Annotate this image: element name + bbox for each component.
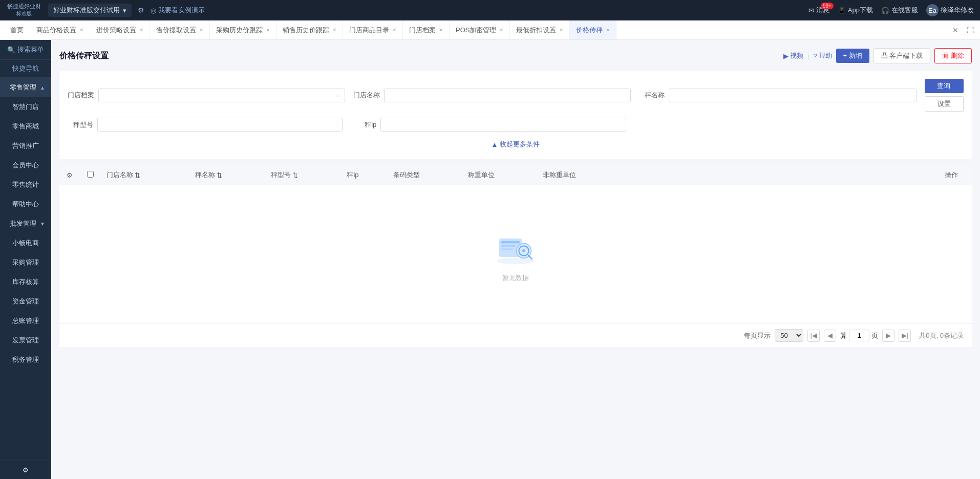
- version-dropdown[interactable]: 好业财标准版交付试用 ▾: [48, 4, 132, 17]
- sidebar-quick-nav[interactable]: 快捷导航: [0, 60, 51, 78]
- sidebar-item-general-ledger[interactable]: 总账管理: [0, 311, 51, 331]
- prev-page-button[interactable]: ◀: [824, 330, 836, 342]
- main-layout: 🔍 搜索菜单 快捷导航 零售管理 ▲ 智慧门店 零售商城 营销推广 会员中心 零…: [0, 40, 980, 479]
- tab-home[interactable]: 首页: [4, 20, 30, 39]
- scale-name-input[interactable]: [669, 89, 917, 102]
- tab-pos-manage[interactable]: POS加密管理 ✕: [450, 20, 510, 39]
- sidebar-item-retail-shop[interactable]: 零售商城: [0, 117, 51, 136]
- sidebar-item-xiao-chang[interactable]: 小畅电商: [0, 233, 51, 253]
- store-archive-dots-icon[interactable]: ···: [335, 92, 341, 99]
- tab-store-archive-close[interactable]: ✕: [439, 27, 443, 33]
- tab-min-discount[interactable]: 最低折扣设置 ✕: [510, 20, 570, 39]
- tab-store-catalog[interactable]: 门店商品目录 ✕: [343, 20, 403, 39]
- scale-ip-input[interactable]: [380, 118, 626, 132]
- th-gear[interactable]: ⚙: [59, 165, 80, 185]
- sidebar: 🔍 搜索菜单 快捷导航 零售管理 ▲ 智慧门店 零售商城 营销推广 会员中心 零…: [0, 40, 51, 479]
- tab-expand-button[interactable]: ⛶: [965, 26, 976, 34]
- first-page-button[interactable]: |◀: [807, 330, 820, 342]
- tab-goods-price[interactable]: 商品价格设置 ✕: [30, 20, 90, 39]
- sidebar-item-wholesale-manage[interactable]: 批发管理 ▼: [0, 214, 51, 233]
- setup-button[interactable]: 设置: [925, 96, 964, 112]
- svg-rect-4: [501, 248, 513, 250]
- th-checkbox[interactable]: [80, 165, 100, 185]
- help-label: 帮助: [819, 51, 832, 60]
- query-button[interactable]: 查询: [925, 79, 964, 93]
- tab-pos-manage-label: POS加密管理: [456, 26, 496, 35]
- demo-link[interactable]: ◎ 我要看实例演示: [151, 6, 205, 15]
- last-page-button[interactable]: ▶|: [899, 330, 911, 342]
- tab-store-archive[interactable]: 门店档案 ✕: [403, 20, 450, 39]
- online-service-button[interactable]: 🎧 在线客服: [881, 6, 918, 15]
- empty-state-row: 暂无数据: [59, 185, 972, 324]
- tab-sales-history[interactable]: 销售历史价跟踪 ✕: [276, 20, 343, 39]
- sidebar-item-smart-store[interactable]: 智慧门店: [0, 97, 51, 117]
- th-store-name-sort[interactable]: 门店名称 ⇅: [106, 170, 140, 180]
- tab-goods-price-close[interactable]: ✕: [79, 27, 83, 33]
- page-input[interactable]: [849, 330, 869, 341]
- sidebar-item-purchase-manage[interactable]: 采购管理: [0, 253, 51, 272]
- tab-price-scale-close[interactable]: ✕: [606, 27, 610, 33]
- store-archive-group: 门店档案 ···: [68, 89, 345, 102]
- tab-store-catalog-close[interactable]: ✕: [392, 27, 396, 33]
- settings-icon[interactable]: ⚙: [138, 6, 144, 14]
- scale-model-input[interactable]: [97, 118, 343, 132]
- sidebar-item-member[interactable]: 会员中心: [0, 156, 51, 175]
- tab-purchase-strategy[interactable]: 进价策略设置 ✕: [90, 20, 150, 39]
- th-scale-model-sort[interactable]: 秤型号 ⇅: [271, 170, 298, 180]
- select-all-checkbox[interactable]: [87, 171, 94, 178]
- delete-button[interactable]: 面 删除: [934, 48, 972, 63]
- video-link[interactable]: ▶ 视频: [783, 51, 803, 60]
- add-button[interactable]: + 新增: [836, 49, 869, 63]
- logo-sub: 标准版: [16, 10, 32, 17]
- sidebar-item-fund-manage[interactable]: 资金管理: [0, 292, 51, 311]
- empty-text: 暂无数据: [502, 273, 529, 282]
- tab-sale-price-close[interactable]: ✕: [199, 27, 203, 33]
- sidebar-item-retail-manage[interactable]: 零售管理 ▲: [0, 78, 51, 97]
- sidebar-item-marketing[interactable]: 营销推广: [0, 136, 51, 156]
- sidebar-item-retail-stats[interactable]: 零售统计: [0, 175, 51, 194]
- next-page-icon: ▶: [886, 332, 891, 339]
- next-page-button[interactable]: ▶: [882, 330, 894, 342]
- tab-min-discount-close[interactable]: ✕: [559, 27, 563, 33]
- app-download-label: App下载: [848, 6, 873, 15]
- store-name-input[interactable]: [384, 89, 631, 102]
- per-page-select[interactable]: 20 50 100: [775, 329, 803, 342]
- content-area: 价格传秤设置 ▶ 视频 | ? 帮助 + 新增 凸 客户端下载: [51, 40, 980, 479]
- sidebar-item-help-center[interactable]: 帮助中心: [0, 194, 51, 214]
- tab-close-all-button[interactable]: ✕: [950, 26, 961, 34]
- app-icon: 📱: [838, 7, 846, 14]
- sidebar-search[interactable]: 🔍 搜索菜单: [0, 40, 51, 60]
- service-icon: 🎧: [881, 7, 889, 14]
- sidebar-item-invoice-manage[interactable]: 发票管理: [0, 331, 51, 350]
- help-link[interactable]: ? 帮助: [813, 51, 832, 60]
- sidebar-item-inventory[interactable]: 库存核算: [0, 272, 51, 292]
- pagination-total: 共0页, 0条记录: [919, 331, 964, 340]
- sidebar-item-wholesale-manage-label: 批发管理: [6, 219, 40, 228]
- scale-ip-group: 秤ip: [351, 118, 626, 132]
- user-menu[interactable]: Ea 徐泽华修改: [926, 4, 974, 16]
- sidebar-item-invoice-manage-label: 发票管理: [6, 336, 45, 345]
- messages-button[interactable]: ✉ 消息 99+: [808, 6, 829, 15]
- collapse-bar[interactable]: ▲ 收起更多条件: [68, 138, 964, 151]
- tab-purchase-history-close[interactable]: ✕: [266, 27, 270, 33]
- empty-state-icon: [490, 226, 541, 267]
- download-button[interactable]: 凸 客户端下载: [874, 48, 931, 63]
- store-archive-input[interactable]: [98, 89, 345, 102]
- top-bar: 畅捷通好业财 标准版 好业财标准版交付试用 ▾ ⚙ ◎ 我要看实例演示 ✉ 消息…: [0, 0, 980, 20]
- tab-purchase-strategy-close[interactable]: ✕: [139, 27, 143, 33]
- th-scale-name-sort[interactable]: 秤名称 ⇅: [195, 170, 222, 180]
- divider: |: [807, 52, 809, 60]
- sidebar-footer[interactable]: ⚙: [0, 461, 51, 479]
- app-download-button[interactable]: 📱 App下载: [838, 6, 873, 15]
- tab-purchase-history[interactable]: 采购历史价跟踪 ✕: [210, 20, 276, 39]
- th-scale-ip: 秤ip: [340, 165, 387, 185]
- tab-sale-price[interactable]: 售价提取设置 ✕: [150, 20, 210, 39]
- tab-sales-history-close[interactable]: ✕: [332, 27, 336, 33]
- sidebar-item-purchase-manage-label: 采购管理: [6, 258, 45, 267]
- tab-price-scale[interactable]: 价格传秤 ✕: [570, 20, 616, 39]
- dropdown-arrow-icon: ▾: [123, 7, 126, 14]
- scale-model-label: 秤型号: [68, 120, 93, 129]
- tab-pos-manage-close[interactable]: ✕: [499, 27, 503, 33]
- message-icon: ✉: [808, 7, 814, 14]
- sidebar-item-tax-manage[interactable]: 税务管理: [0, 350, 51, 369]
